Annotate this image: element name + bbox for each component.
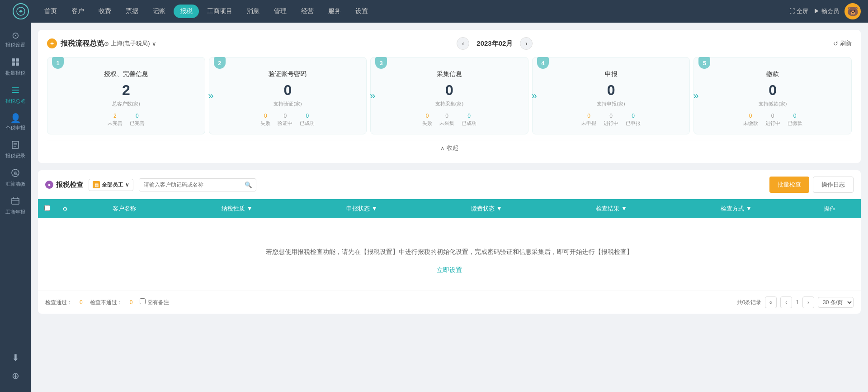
sidebar-label-tax-record: 报税记录	[5, 153, 25, 159]
step-2-count: 0	[217, 82, 359, 99]
step-4-success-value: 0	[632, 113, 635, 119]
sidebar-item-batch-tax[interactable]: 批量报税	[0, 53, 31, 81]
next-page-btn[interactable]: ›	[802, 296, 814, 308]
nav-home[interactable]: 首页	[38, 5, 63, 18]
collapse-btn[interactable]: ∧ 收起	[47, 140, 852, 156]
step-4-title: 申报	[540, 70, 683, 78]
overview-title-icon: +	[47, 38, 57, 48]
step-4-stat-failed[interactable]: 0 未申报	[581, 113, 596, 127]
settings-icon[interactable]: ⚙	[62, 206, 68, 212]
nav-message[interactable]: 消息	[241, 5, 266, 18]
nav-tax[interactable]: 报税	[174, 5, 199, 18]
sidebar-label-tax-settings: 报税设置	[5, 42, 25, 48]
search-button[interactable]: 🔍	[241, 179, 256, 191]
tax-check-card: ● 报税检查 ▦ 全部员工 ∨ 🔍 批量检查 操作日志	[38, 170, 861, 314]
step-5-label: 支持缴款(家)	[701, 100, 844, 107]
step-1-arrow: »	[208, 90, 213, 102]
step-4-stat-pending[interactable]: 0 进行中	[604, 113, 618, 127]
step-4-arrow: »	[693, 90, 698, 102]
sidebar-download-btn[interactable]: ⬇	[0, 349, 31, 367]
svg-rect-0	[12, 58, 15, 62]
empty-text: 若您想使用报税检查功能，请先在【报税设置】中进行报税的初始化设置，完成密码验证和…	[47, 245, 852, 258]
nav-settings[interactable]: 设置	[349, 5, 374, 18]
total-label: 共0条记录	[737, 299, 762, 306]
prev-month-btn[interactable]: ‹	[457, 37, 469, 50]
header-check-result: 检查结果 ▼	[549, 199, 674, 218]
step-5-stat-success[interactable]: 0 已缴款	[788, 113, 802, 127]
nav-invoice[interactable]: 票据	[119, 5, 145, 18]
step-3-success-label: 已成功	[462, 120, 476, 127]
step-2-pending-label: 验证中	[278, 120, 292, 127]
staff-filter[interactable]: ▦ 全部员工 ∨	[89, 179, 133, 191]
fail-value[interactable]: 0	[130, 299, 133, 306]
annual-report-icon	[11, 196, 20, 207]
nav-fee[interactable]: 收费	[92, 5, 118, 18]
remark-checkbox[interactable]	[140, 298, 146, 304]
search-box: 🔍	[139, 178, 256, 191]
member-btn[interactable]: ▶ 畅会员	[814, 7, 839, 15]
step-1-success-value: 0	[136, 113, 139, 119]
step-3-success-value: 0	[467, 113, 471, 119]
step-1-stat-success[interactable]: 0 已完善	[130, 113, 145, 127]
sidebar-bottom: ⬇ ⊕	[0, 349, 31, 392]
step-2-stat-pending[interactable]: 0 验证中	[278, 113, 292, 127]
pass-value[interactable]: 0	[80, 299, 83, 306]
month-navigation: ‹ 2023年02月 ›	[457, 37, 533, 50]
step-4-stat-success[interactable]: 0 已申报	[626, 113, 641, 127]
nav-manage[interactable]: 管理	[268, 5, 293, 18]
step-3-stat-success[interactable]: 0 已成功	[462, 113, 476, 127]
nav-operation[interactable]: 经营	[295, 5, 320, 18]
select-all-checkbox[interactable]	[44, 205, 50, 211]
step-2-stat-success[interactable]: 0 已成功	[300, 113, 315, 127]
step-3-stat-pending[interactable]: 0 未采集	[439, 113, 454, 127]
step-2-failed-value: 0	[264, 113, 267, 119]
app-logo[interactable]	[7, 3, 34, 19]
step-1-count: 2	[55, 82, 198, 99]
fullscreen-btn[interactable]: ⛶ 全屏	[789, 7, 809, 15]
operation-log-button[interactable]: 操作日志	[813, 177, 854, 193]
overview-title-text: 报税流程总览	[61, 39, 104, 48]
batch-check-button[interactable]: 批量检查	[769, 177, 809, 193]
remark-filter[interactable]: 囧有备注	[140, 298, 169, 306]
sidebar-item-settlement[interactable]: 税 汇算清缴	[0, 164, 31, 192]
table-container: ⚙ 客户名称 纳税性质 ▼ 申报状态 ▼ 缴费状态 ▼	[38, 199, 861, 291]
sidebar-item-tax-settings[interactable]: ⊙ 报税设置	[0, 26, 31, 53]
step-3-stat-failed[interactable]: 0 失败	[422, 113, 432, 127]
staff-icon: ▦	[93, 181, 100, 188]
search-input[interactable]	[139, 179, 241, 191]
refresh-btn[interactable]: ↺ 刷新	[833, 39, 852, 48]
sidebar-item-tax-overview[interactable]: 报税总览	[0, 81, 31, 109]
search-icon: 🔍	[245, 182, 252, 188]
step-1-stat-failed[interactable]: 2 未完善	[108, 113, 123, 127]
sidebar-item-individual-tax[interactable]: 👤 个税申报	[0, 109, 31, 136]
step-declare: 4 申报 0 支持申报(家) 0 未申报 0 进行中 0 已申报	[532, 57, 690, 134]
nav-client[interactable]: 客户	[65, 5, 90, 18]
main-content: + 报税流程总览 ⊙ 上海(电子税局) ∨ ‹ 2023年02月 › ↺ 刷新	[31, 23, 868, 392]
sidebar-add-btn[interactable]: ⊕	[0, 367, 31, 385]
step-3-pending-value: 0	[445, 113, 448, 119]
nav-business[interactable]: 工商项目	[201, 5, 239, 18]
check-title: ● 报税检查	[45, 181, 83, 189]
step-2-stat-failed[interactable]: 0 失败	[260, 113, 270, 127]
pass-label: 检查通过：	[45, 299, 72, 306]
page-size-select[interactable]: 30 条/页	[818, 297, 854, 308]
batch-tax-icon	[11, 57, 20, 68]
nav-bookkeeping[interactable]: 记账	[146, 5, 172, 18]
prev-page-btn[interactable]: ‹	[780, 296, 792, 308]
step-collect: 3 采集信息 0 支持采集(家) 0 失败 0 未采集 0 已成功	[370, 57, 528, 134]
next-month-btn[interactable]: ›	[520, 37, 533, 50]
header-tax-nature: 纳税性质 ▼	[175, 199, 299, 218]
nav-service[interactable]: 服务	[322, 5, 347, 18]
avatar[interactable]: 🐻	[844, 3, 861, 19]
check-title-text: 报税检查	[56, 181, 83, 189]
step-5-stat-pending[interactable]: 0 进行中	[765, 113, 780, 127]
sidebar-item-annual-report[interactable]: 工商年报	[0, 192, 31, 220]
step-3-label: 支持采集(家)	[378, 100, 521, 107]
location-selector[interactable]: ⊙ 上海(电子税局) ∨	[104, 39, 156, 48]
sidebar-item-tax-record[interactable]: 报税记录	[0, 136, 31, 164]
table-header: ⚙ 客户名称 纳税性质 ▼ 申报状态 ▼ 缴费状态 ▼	[38, 199, 861, 218]
tax-record-icon	[11, 140, 20, 151]
setting-link[interactable]: 立即设置	[437, 266, 462, 273]
first-page-btn[interactable]: «	[765, 296, 777, 308]
step-5-stat-failed[interactable]: 0 未缴款	[743, 113, 758, 127]
